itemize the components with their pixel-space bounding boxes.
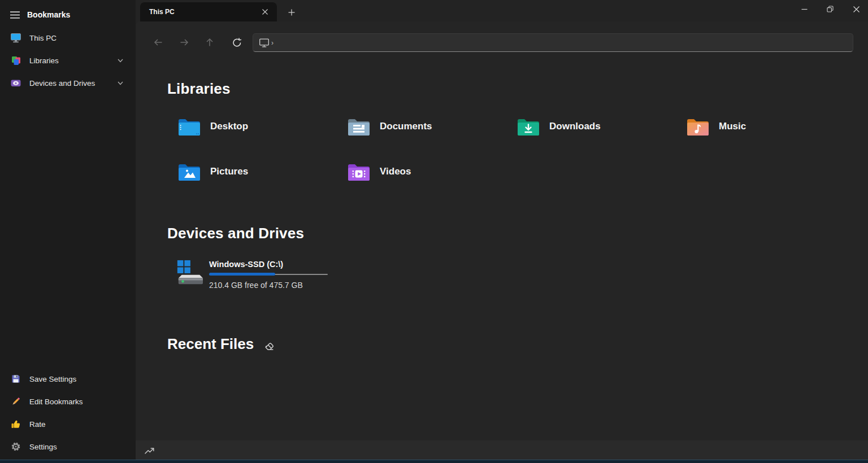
minimize-button[interactable] bbox=[791, 0, 817, 18]
tab-this-pc[interactable]: This PC bbox=[140, 2, 277, 21]
sidebar-item-label: Libraries bbox=[29, 56, 59, 65]
chevron-down-icon[interactable] bbox=[116, 56, 124, 64]
forward-button[interactable] bbox=[175, 33, 194, 52]
library-tile-label: Documents bbox=[380, 121, 432, 132]
library-tile-documents[interactable]: Documents bbox=[348, 113, 509, 140]
sidebar-item-edit-bookmarks[interactable]: Edit Bookmarks bbox=[2, 391, 133, 412]
back-button[interactable] bbox=[149, 33, 168, 52]
sidebar-item-settings[interactable]: Settings bbox=[2, 436, 133, 457]
music-folder-icon bbox=[687, 117, 709, 136]
gear-icon bbox=[10, 441, 21, 452]
eraser-icon[interactable] bbox=[262, 338, 276, 353]
library-tile-pictures[interactable]: Pictures bbox=[178, 158, 339, 185]
drive-capacity-text: 210.4 GB free of 475.7 GB bbox=[209, 281, 303, 290]
sidebar-item-save-settings[interactable]: Save Settings bbox=[2, 368, 133, 390]
library-tile-label: Music bbox=[719, 121, 746, 132]
sidebar-item-rate[interactable]: Rate bbox=[2, 413, 133, 435]
library-tile-music[interactable]: Music bbox=[687, 113, 848, 140]
sidebar-item-libraries[interactable]: Libraries bbox=[2, 50, 133, 71]
app-window: Bookmarks This PC Libraries bbox=[0, 0, 868, 463]
main-pane: This PC bbox=[136, 0, 868, 463]
library-tile-label: Desktop bbox=[210, 121, 248, 132]
sidebar-item-label: Edit Bookmarks bbox=[29, 398, 83, 406]
disc-icon bbox=[10, 77, 21, 89]
hard-drive-icon bbox=[175, 259, 203, 286]
tab-close-icon[interactable] bbox=[259, 6, 271, 18]
sidebar-item-label: This PC bbox=[29, 34, 57, 42]
status-bar bbox=[136, 440, 868, 460]
libraries-icon bbox=[10, 55, 21, 66]
content-pane: › Libraries Desktop bbox=[136, 21, 868, 440]
new-tab-button[interactable] bbox=[284, 6, 299, 19]
floppy-disk-icon bbox=[10, 373, 21, 385]
breadcrumb-chevron: › bbox=[271, 39, 274, 47]
trending-up-icon[interactable] bbox=[143, 444, 157, 456]
drive-name: Windows-SSD (C:\) bbox=[209, 260, 283, 269]
sidebar-item-label: Devices and Drives bbox=[29, 79, 95, 88]
section-title-recent-files: Recent Files bbox=[167, 335, 254, 353]
library-tile-videos[interactable]: Videos bbox=[348, 158, 509, 185]
sidebar: Bookmarks This PC Libraries bbox=[0, 0, 136, 463]
close-button[interactable] bbox=[843, 0, 868, 18]
tab-strip: This PC bbox=[136, 0, 868, 21]
library-tile-label: Downloads bbox=[549, 121, 601, 132]
monitor-icon bbox=[10, 32, 21, 43]
up-button[interactable] bbox=[200, 33, 219, 52]
sidebar-item-label: Save Settings bbox=[29, 375, 76, 383]
pencil-icon bbox=[10, 396, 21, 407]
documents-folder-icon bbox=[348, 117, 370, 136]
section-title-devices: Devices and Drives bbox=[167, 225, 304, 242]
chevron-down-icon[interactable] bbox=[116, 79, 124, 87]
sidebar-item-devices-and-drives[interactable]: Devices and Drives bbox=[2, 72, 133, 94]
sidebar-item-label: Rate bbox=[29, 420, 46, 429]
recent-files-section: Recent Files bbox=[167, 335, 276, 353]
desktop-folder-icon bbox=[178, 117, 201, 136]
thumbs-up-icon bbox=[10, 418, 21, 430]
computer-icon bbox=[259, 38, 270, 48]
sidebar-title: Bookmarks bbox=[27, 10, 70, 19]
library-tile-desktop[interactable]: Desktop bbox=[178, 113, 339, 140]
tab-title: This PC bbox=[149, 8, 259, 16]
section-title-libraries: Libraries bbox=[167, 80, 231, 98]
sidebar-item-this-pc[interactable]: This PC bbox=[2, 27, 133, 49]
downloads-folder-icon bbox=[517, 117, 540, 136]
library-tile-downloads[interactable]: Downloads bbox=[517, 113, 678, 140]
library-tile-label: Pictures bbox=[210, 166, 248, 177]
sidebar-item-label: Settings bbox=[29, 443, 57, 451]
drive-usage-fill bbox=[209, 273, 275, 276]
address-bar[interactable]: › bbox=[253, 33, 853, 52]
bottom-edge-strip bbox=[0, 460, 868, 463]
refresh-button[interactable] bbox=[227, 33, 246, 52]
videos-folder-icon bbox=[348, 162, 370, 181]
drive-tile-windows-ssd[interactable]: Windows-SSD (C:\) 210.4 GB free of 475.7… bbox=[175, 256, 339, 293]
restore-button[interactable] bbox=[817, 0, 843, 18]
hamburger-menu-icon[interactable] bbox=[6, 6, 24, 24]
sidebar-header: Bookmarks bbox=[0, 5, 136, 25]
library-tile-label: Videos bbox=[380, 166, 411, 177]
pictures-folder-icon bbox=[178, 162, 201, 181]
